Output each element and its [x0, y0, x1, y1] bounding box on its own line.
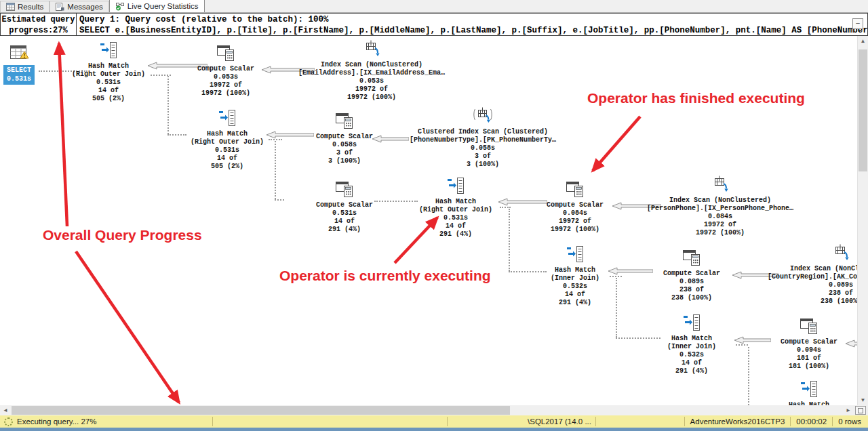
horizontal-scrollbar[interactable]: ◄ ► — [0, 405, 868, 415]
horizontal-scrollbar-thumb[interactable] — [12, 406, 510, 415]
plan-node-stat: 0.089s — [610, 278, 773, 286]
plan-node-stat: [PersonPhone].[IX_PersonPhone_Phone… — [639, 205, 802, 213]
plan-node-stat: 0.094s — [728, 346, 857, 354]
plan-node-stat: 19972 of — [494, 218, 656, 226]
plan-node-stat: [CountryRegion].[AK_CountryRegion_N… — [760, 273, 857, 281]
estimated-progress-box: Estimated query progress:27% — [0, 13, 77, 36]
vertical-scrollbar-thumb[interactable] — [859, 49, 867, 171]
plan-node-stat: 19972 (100%) — [494, 226, 656, 234]
plan-node-stat: 19972 (100%) — [144, 89, 307, 98]
compute-scalar-icon — [728, 316, 857, 337]
plan-node-index-scan-countryregion[interactable]: Index Scan (NonClustered)[CountryRegion]… — [760, 243, 857, 306]
plan-node-stat: Compute Scalar — [610, 270, 773, 278]
executing-spinner-icon — [4, 417, 13, 426]
live-query-statistics-icon — [115, 2, 125, 11]
plan-node-compute-scalar-6[interactable]: Compute Scalar0.094s181 of181 (100%) — [728, 316, 857, 371]
plan-node-stat: Index Scan (NonClustered) — [760, 265, 857, 273]
messages-icon — [56, 3, 64, 11]
plan-node-stat: 238 of — [760, 289, 857, 297]
tab-messages-label: Messages — [67, 3, 102, 11]
tab-messages[interactable]: Messages — [50, 1, 108, 12]
status-database-name: AdventureWorks2016CTP3 — [685, 417, 791, 426]
plan-node-stat: 0.089s — [760, 281, 857, 289]
hash-match-icon — [728, 379, 857, 400]
index-scan-icon — [290, 39, 453, 60]
tab-results-label: Results — [18, 3, 43, 11]
estimated-progress-line1: Estimated query — [1, 14, 76, 25]
plan-node-stat: 0.053s — [144, 73, 307, 81]
plan-node-stat: Index Scan (NonClustered) — [639, 197, 802, 205]
collapse-plan-button[interactable]: – — [852, 18, 863, 29]
status-executing-text: Executing query... 27% — [17, 417, 96, 426]
compute-scalar-icon — [610, 248, 773, 268]
clustered-index-scan-icon — [401, 106, 564, 127]
ssms-live-query-statistics-screen: Results Messages Live Query Statistics E… — [0, 0, 868, 431]
compute-scalar-icon — [494, 180, 656, 200]
query-cost-line: Query 1: Query cost (relative to the bat… — [79, 14, 854, 25]
plan-node-stat: 0.084s — [639, 213, 802, 221]
status-elapsed-time: 00:00:02 — [791, 417, 832, 426]
plan-node-stat: 238 (100%) — [760, 297, 857, 306]
scroll-down-arrow-icon[interactable]: ▼ — [858, 397, 868, 403]
index-scan-icon — [639, 175, 802, 195]
plan-node-index-scan-emailaddress[interactable]: Index Scan (NonClustered)[EmailAddress].… — [290, 39, 453, 102]
query-text-line: SELECT e.[BusinessEntityID], p.[Title], … — [79, 25, 854, 36]
results-grid-icon — [6, 3, 15, 11]
plan-node-stat: [PhoneNumberType].[PK_PhoneNumberTy… — [401, 136, 564, 144]
plan-node-stat: 19972 of — [144, 81, 307, 89]
plan-node-compute-scalar-1[interactable]: Compute Scalar0.053s19972 of19972 (100%) — [144, 43, 307, 98]
plan-node-index-scan-personphone[interactable]: Index Scan (NonClustered)[PersonPhone].[… — [639, 175, 802, 237]
plan-node-compute-scalar-4[interactable]: Compute Scalar0.084s19972 of19972 (100%) — [494, 180, 656, 234]
plan-node-stat: 19972 (100%) — [639, 229, 802, 237]
plan-node-stat: 19972 of — [639, 221, 802, 229]
compute-scalar-icon — [144, 43, 307, 64]
plan-node-stat: 0.084s — [494, 209, 656, 218]
plan-zoom-control[interactable] — [855, 406, 866, 415]
vertical-scrollbar[interactable]: ▲ ▼ — [857, 36, 868, 405]
plan-node-stat: Compute Scalar — [144, 65, 307, 73]
results-pane-tabbar: Results Messages Live Query Statistics — [0, 0, 868, 13]
plan-node-stat: 3 (100%) — [401, 161, 564, 169]
tab-live-query-statistics-label: Live Query Statistics — [127, 2, 199, 10]
status-server-name: \SQL2017 (14.0 ... — [475, 415, 591, 428]
plan-node-stat: 181 (100%) — [728, 363, 857, 371]
plan-node-stat: Index Scan (NonClustered) — [290, 61, 453, 69]
scroll-up-arrow-icon[interactable]: ▲ — [858, 38, 868, 44]
plan-node-stat: 238 (100%) — [610, 294, 773, 302]
plan-node-stat: Clustered Index Scan (Clustered) — [401, 128, 564, 136]
plan-node-stat: 181 of — [728, 354, 857, 363]
plan-node-clustered-index-scan-phonenumbertype[interactable]: Clustered Index Scan (Clustered)[PhoneNu… — [401, 106, 564, 169]
plan-header: Estimated query progress:27% Query 1: Qu… — [0, 13, 868, 36]
status-row-count: 0 rows — [833, 417, 867, 426]
plan-node-stat: 19972 (100%) — [290, 94, 453, 102]
tab-live-query-statistics[interactable]: Live Query Statistics — [109, 0, 205, 12]
plan-node-stat: Compute Scalar — [494, 201, 656, 209]
plan-node-stat: 0.058s — [401, 144, 564, 152]
scroll-right-arrow-icon[interactable]: ► — [843, 405, 854, 415]
plan-node-stat: [EmailAddress].[IX_EmailAddress_Ema… — [290, 69, 453, 77]
plan-node-stat: 0.053s — [290, 77, 453, 85]
scroll-left-arrow-icon[interactable]: ◄ — [0, 405, 11, 415]
query-header-box[interactable]: Query 1: Query cost (relative to the bat… — [77, 13, 868, 36]
plan-node-stat: 19972 of — [290, 85, 453, 94]
plan-node-stat: 238 of — [610, 286, 773, 294]
window-bottom-edge — [0, 428, 868, 431]
estimated-progress-line2: progress:27% — [1, 25, 76, 36]
plan-node-compute-scalar-5[interactable]: Compute Scalar0.089s238 of238 (100%) — [610, 248, 773, 302]
tab-results[interactable]: Results — [0, 1, 50, 12]
plan-node-stat: Compute Scalar — [728, 338, 857, 346]
plan-node-stat: 3 of — [401, 152, 564, 161]
status-bar: Executing query... 27% \SQL2017 (14.0 ..… — [0, 415, 868, 428]
plan-node-hash-match-6[interactable]: Hash Match — [728, 379, 857, 405]
execution-plan-canvas[interactable]: SELECT0.531sHash Match(Right Outer Join)… — [0, 36, 857, 405]
index-scan-icon — [760, 243, 857, 264]
